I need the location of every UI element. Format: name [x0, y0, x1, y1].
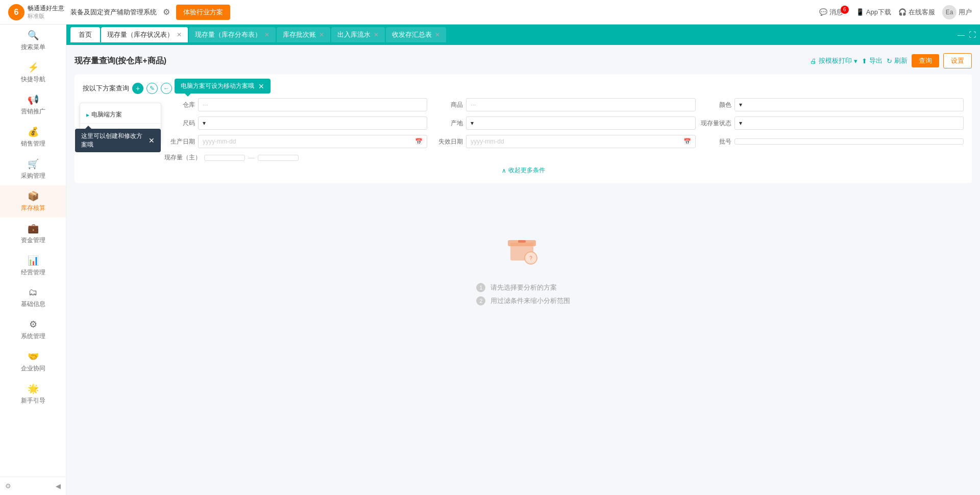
tooltip2-close[interactable]: ✕ [149, 136, 155, 145]
tab-minimize-icon[interactable]: — [958, 31, 965, 39]
stock-main-max-input[interactable] [258, 155, 299, 161]
phone-icon: 📱 [856, 8, 864, 16]
user-btn[interactable]: Ea 用户 [942, 5, 972, 19]
print-label: 按模板打印 [819, 56, 852, 65]
origin-chevron-icon [471, 120, 474, 127]
chevron-right-icon: ▸ [86, 111, 89, 119]
expire-date-placeholder: yyyy-mm-dd [471, 138, 504, 145]
sidebar-item-quicknav[interactable]: ⚡ 快捷导航 [0, 57, 66, 89]
sidebar-item-operations[interactable]: 📊 经营管理 [0, 250, 66, 282]
svg-rect-2 [518, 240, 526, 243]
expire-date-label: 失效日期 [432, 137, 463, 146]
tab4-close-icon[interactable]: ✕ [374, 31, 379, 38]
refresh-btn[interactable]: ↻ 刷新 [887, 56, 908, 65]
enterprise-icon: 🤝 [28, 351, 39, 362]
sidebar-item-enterprise[interactable]: 🤝 企业协同 [0, 346, 66, 378]
set-btn[interactable]: 设置 [943, 53, 972, 68]
basic-icon: 🗂 [29, 287, 38, 298]
scheme-pc-item[interactable]: ▸ 电脑端方案 [80, 107, 161, 122]
sidebar-label-operations: 经营管理 [21, 268, 45, 277]
sidebar-label-purchase: 采购管理 [21, 172, 45, 180]
tab3-close-icon[interactable]: ✕ [319, 31, 324, 38]
sidebar-collapse-icon[interactable]: ◀ [56, 482, 61, 490]
sidebar-item-search[interactable]: 🔍 搜索菜单 [0, 25, 66, 57]
color-label: 颜色 [701, 101, 731, 109]
sidebar-item-marketing[interactable]: 📢 营销推广 [0, 89, 66, 121]
app-download-btn[interactable]: 📱 App下载 [856, 8, 891, 17]
tab5-close-icon[interactable]: ✕ [435, 31, 440, 38]
add-scheme-btn[interactable]: + [132, 83, 143, 94]
edit-scheme-btn[interactable]: ✎ [146, 83, 158, 94]
expire-date-calendar-icon[interactable] [683, 138, 691, 145]
tab1-close-icon[interactable]: ✕ [177, 31, 182, 38]
refresh-icon: ↻ [887, 57, 892, 65]
tab-inventory-distribution[interactable]: 现存量（库存分布表） ✕ [189, 27, 276, 42]
guide-icon: 🌟 [28, 383, 39, 394]
production-date-calendar-icon[interactable] [415, 138, 423, 145]
user-label: 用户 [959, 8, 972, 17]
production-date-input[interactable]: yyyy-mm-dd [198, 135, 427, 148]
sidebar-label-finance: 资金管理 [21, 236, 45, 245]
origin-select[interactable] [466, 116, 695, 130]
quicknav-icon: ⚡ [28, 62, 39, 73]
sales-icon: 💰 [28, 126, 39, 137]
tab-expand-icon[interactable]: ⛶ [969, 31, 976, 39]
tab1-label: 现存量（库存状况表） [107, 30, 174, 39]
tip1-text: 请先选择要分析的方案 [491, 284, 557, 291]
query-btn[interactable]: 查询 [912, 54, 939, 67]
app-logo-icon: 6 [8, 4, 24, 20]
message-btn[interactable]: 💬 消息 6 [819, 8, 849, 17]
sidebar-item-purchase[interactable]: 🛒 采购管理 [0, 153, 66, 185]
page-title: 现存量查询(按仓库+商品) [75, 56, 166, 66]
tab-batch-account[interactable]: 库存批次账 ✕ [277, 27, 330, 42]
svg-text:?: ? [529, 255, 532, 261]
origin-label: 产地 [432, 119, 463, 128]
online-service-btn[interactable]: 🎧 在线客服 [898, 8, 935, 17]
back-btn[interactable]: ← [161, 83, 172, 94]
tab-home[interactable]: 首页 [70, 27, 100, 42]
settings-icon[interactable]: ⚙ [163, 7, 170, 17]
tip1-num: 1 [476, 283, 485, 292]
empty-state: ? 1 请先选择要分析的方案 2 用过滤条件来缩小分析范围 [75, 189, 972, 348]
tip2-num: 2 [476, 296, 485, 305]
print-chevron-icon: ▾ [854, 57, 857, 65]
tab-inout-flow[interactable]: 出入库流水 ✕ [331, 27, 385, 42]
tab-inventory-status[interactable]: 现存量（库存状况表） ✕ [101, 27, 188, 42]
stock-status-select[interactable] [734, 116, 964, 130]
sidebar-label-basic: 基础信息 [21, 300, 45, 309]
sidebar-label-marketing: 营销推广 [21, 107, 45, 116]
size-select[interactable] [198, 116, 427, 130]
warehouse-select[interactable]: ··· [198, 98, 427, 111]
production-date-placeholder: yyyy-mm-dd [203, 138, 236, 145]
message-badge: 6 [841, 6, 849, 14]
system-icon: ⚙ [29, 319, 37, 330]
tab2-close-icon[interactable]: ✕ [264, 31, 270, 38]
product-label: 商品 [432, 101, 463, 109]
sidebar-item-inventory[interactable]: 📦 库存核算 [0, 185, 66, 218]
export-btn[interactable]: ⬆ 导出 [862, 56, 883, 65]
tab-summary[interactable]: 收发存汇总表 ✕ [386, 27, 446, 42]
product-select[interactable]: ··· [466, 98, 695, 111]
trial-btn[interactable]: 体验行业方案 [176, 5, 230, 20]
app-logo-text: 畅通通好生意 标准版 [28, 5, 64, 20]
color-select[interactable] [734, 98, 964, 111]
refresh-label: 刷新 [894, 56, 908, 65]
sidebar-item-system[interactable]: ⚙ 系统管理 [0, 314, 66, 346]
sidebar-item-finance[interactable]: 💼 资金管理 [0, 218, 66, 250]
production-date-label: 生产日期 [164, 137, 195, 146]
sidebar-settings-icon[interactable]: ⚙ [5, 482, 11, 490]
sidebar-item-sales[interactable]: 💰 销售管理 [0, 121, 66, 153]
sidebar-item-guide[interactable]: 🌟 新手引导 [0, 378, 66, 410]
app-download-label: App下载 [866, 8, 891, 17]
sidebar-bottom: ⚙ ◀ [0, 477, 66, 495]
scheme-pc-label: 电脑端方案 [91, 110, 122, 119]
export-icon: ⬆ [862, 57, 867, 65]
stock-main-min-input[interactable] [204, 155, 245, 161]
print-btn[interactable]: 🖨 按模板打印 ▾ [810, 56, 857, 65]
tooltip1-close[interactable]: ✕ [258, 82, 264, 90]
batch-label: 批号 [701, 137, 731, 146]
batch-input[interactable] [734, 138, 964, 145]
expire-date-input[interactable]: yyyy-mm-dd [466, 135, 695, 148]
collapse-btn[interactable]: ∧ 收起更多条件 [83, 166, 964, 175]
sidebar-item-basic[interactable]: 🗂 基础信息 [0, 282, 66, 314]
